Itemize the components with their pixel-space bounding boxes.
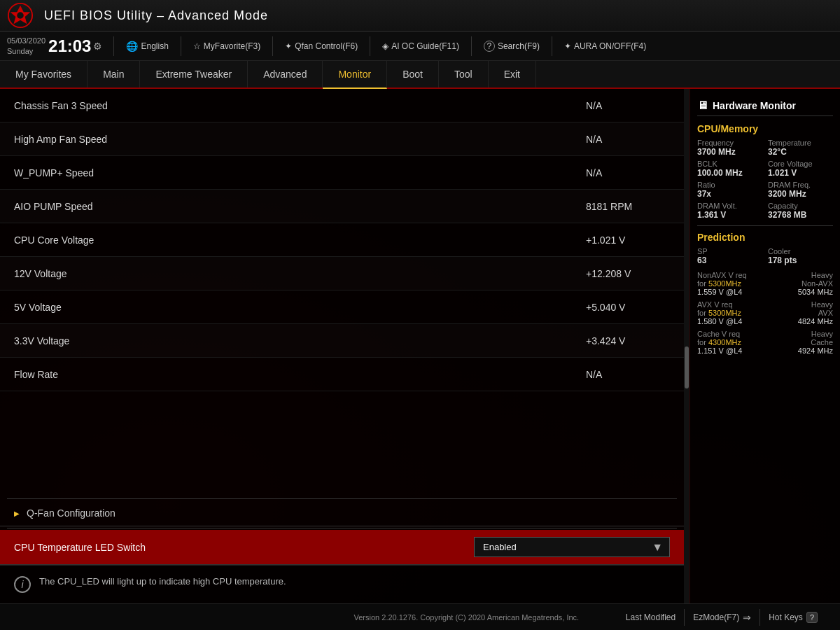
- last-modified-button[interactable]: Last Modified: [617, 610, 684, 625]
- ezmode-icon: ⇒: [743, 612, 751, 623]
- sidebar-field-value: 3200 MHz: [768, 189, 833, 199]
- monitor-row: W_PUMP+ Speed N/A: [0, 156, 684, 190]
- pred-heavy-mhz: 4824 MHz: [798, 317, 833, 326]
- toolbar-sep-1: [113, 36, 114, 56]
- aioc-label: AI OC Guide(F11): [391, 41, 459, 51]
- pred-for-label: for: [697, 279, 708, 288]
- content-panel: Chassis Fan 3 Speed N/A High Amp Fan Spe…: [0, 89, 684, 603]
- cpu-led-dropdown-wrapper: Enabled Disabled ▼: [474, 537, 670, 557]
- pred-for-label: for: [697, 338, 708, 346]
- pred-heavy-label: Heavy: [811, 271, 833, 279]
- scrollbar-track[interactable]: [684, 89, 690, 603]
- version-text: Version 2.20.1276. Copyright (C) 2020 Am…: [316, 613, 617, 622]
- toolbar-aura[interactable]: ✦ AURA ON/OFF(F4): [558, 38, 652, 55]
- cooler-label: Cooler: [768, 247, 833, 255]
- sidebar-field-label: Temperature: [768, 139, 833, 147]
- monitor-icon: 🖥: [697, 99, 708, 112]
- sidebar-field-label: Core Voltage: [768, 160, 833, 168]
- monitor-table: Chassis Fan 3 Speed N/A High Amp Fan Spe…: [0, 89, 684, 497]
- myfavorite-label: MyFavorite(F3): [204, 41, 260, 51]
- monitor-row-label: W_PUMP+ Speed: [14, 167, 586, 178]
- toolbar-language[interactable]: 🌐 English: [120, 37, 174, 55]
- sp-label: SP: [697, 247, 762, 255]
- pred-volt: 1.559 V @L4: [697, 288, 742, 296]
- sp-value: 63: [697, 255, 762, 265]
- aura-label: AURA ON/OFF(F4): [574, 41, 646, 51]
- divider-2: [7, 528, 677, 528]
- ezmode-label: EzMode(F7): [693, 612, 739, 622]
- tab-main[interactable]: Main: [88, 61, 140, 88]
- cpu-led-row: CPU Temperature LED Switch Enabled Disab…: [0, 530, 684, 565]
- sidebar-field-label: BCLK: [697, 160, 762, 168]
- nav-tabs: My Favorites Main Extreme Tweaker Advanc…: [0, 61, 840, 89]
- rog-logo: [7, 2, 34, 29]
- qfan-arrow-icon: ▶: [14, 510, 20, 517]
- tab-advanced[interactable]: Advanced: [248, 61, 323, 88]
- monitor-row: 12V Voltage +12.208 V: [0, 257, 684, 290]
- hotkeys-button[interactable]: Hot Keys ?: [760, 609, 826, 626]
- monitor-row-value: +5.040 V: [586, 302, 670, 313]
- monitor-row-value: +3.424 V: [586, 335, 670, 346]
- sidebar-field-label: Ratio: [697, 181, 762, 189]
- toolbar-qfan[interactable]: ✦ Qfan Control(F6): [279, 38, 364, 55]
- ai-icon: ◈: [382, 41, 388, 51]
- sidebar-field-label: Capacity: [768, 202, 833, 210]
- monitor-row: Chassis Fan 3 Speed N/A: [0, 89, 684, 122]
- monitor-row: AIO PUMP Speed 8181 RPM: [0, 190, 684, 223]
- svg-point-1: [17, 12, 24, 19]
- monitor-row-label: Chassis Fan 3 Speed: [14, 100, 586, 111]
- search-label: Search(F9): [498, 41, 540, 51]
- toolbar-sep-5: [471, 36, 472, 56]
- qfan-label: Qfan Control(F6): [295, 41, 358, 51]
- sidebar-field-value: 1.361 V: [697, 210, 762, 220]
- toolbar-aioc[interactable]: ◈ AI OC Guide(F11): [376, 38, 465, 55]
- prediction-item: AVX V req Heavy for 5300MHz AVX 1.580 V …: [697, 300, 833, 326]
- monitor-row-label: CPU Core Voltage: [14, 234, 586, 246]
- scrollbar-thumb[interactable]: [685, 346, 689, 388]
- datetime-display: 05/03/2020 Sunday 21:03 ⚙: [7, 36, 102, 56]
- pred-for-label: for: [697, 309, 708, 317]
- sidebar-divider-1: [697, 225, 833, 226]
- monitor-row: High Amp Fan Speed N/A: [0, 122, 684, 156]
- monitor-row-value: +12.208 V: [586, 268, 670, 279]
- ezmode-button[interactable]: EzMode(F7) ⇒: [684, 609, 760, 626]
- hotkeys-key-icon: ?: [806, 612, 818, 623]
- pred-heavy-label: Heavy: [811, 330, 833, 338]
- tab-boot[interactable]: Boot: [387, 61, 439, 88]
- tab-monitor[interactable]: Monitor: [323, 61, 387, 89]
- sidebar-field-label: Frequency: [697, 139, 762, 147]
- tab-extreme-tweaker[interactable]: Extreme Tweaker: [140, 61, 248, 88]
- toolbar-myfavorite[interactable]: ☆ MyFavorite(F3): [187, 38, 267, 55]
- monitor-row-value: N/A: [586, 369, 670, 380]
- monitor-row: Flow Rate N/A: [0, 358, 684, 391]
- tab-monitor-label: Monitor: [338, 69, 371, 80]
- sidebar-field-value: 100.00 MHz: [697, 168, 762, 178]
- tab-my-favorites[interactable]: My Favorites: [0, 61, 88, 88]
- toolbar-search[interactable]: ? Search(F9): [477, 37, 546, 55]
- sidebar-field-label: DRAM Volt.: [697, 202, 762, 210]
- prediction-item: Cache V req Heavy for 4300MHz Cache 1.15…: [697, 330, 833, 355]
- cpu-memory-grid: Frequency 3700 MHz Temperature 32°C BCLK…: [697, 139, 833, 220]
- monitor-row-value: 8181 RPM: [586, 201, 670, 212]
- globe-icon: 🌐: [126, 41, 138, 52]
- prediction-items: NonAVX V req Heavy for 5300MHz Non-AVX 1…: [697, 271, 833, 355]
- monitor-row-label: Flow Rate: [14, 369, 586, 380]
- qfan-config[interactable]: ▶ Q-Fan Configuration: [0, 500, 684, 526]
- tab-tool-label: Tool: [454, 69, 472, 80]
- pred-heavy-mhz: 5034 MHz: [798, 288, 833, 296]
- settings-icon[interactable]: ⚙: [93, 41, 102, 52]
- cpu-led-select[interactable]: Enabled Disabled: [474, 537, 670, 557]
- info-box: i The CPU_LED will light up to indicate …: [0, 565, 684, 603]
- search-icon: ?: [484, 41, 495, 52]
- tab-main-label: Main: [103, 69, 124, 80]
- sidebar-field-value: 3700 MHz: [697, 147, 762, 157]
- cpu-led-label: CPU Temperature LED Switch: [14, 542, 474, 553]
- header-bar: UEFI BIOS Utility – Advanced Mode: [0, 0, 840, 31]
- last-modified-label: Last Modified: [626, 612, 676, 622]
- pred-req-label: Cache V req: [697, 330, 740, 338]
- monitor-row-label: High Amp Fan Speed: [14, 134, 586, 145]
- tab-exit[interactable]: Exit: [489, 61, 536, 88]
- pred-volt: 1.580 V @L4: [697, 317, 742, 326]
- toolbar-sep-4: [370, 36, 370, 56]
- tab-tool[interactable]: Tool: [439, 61, 489, 88]
